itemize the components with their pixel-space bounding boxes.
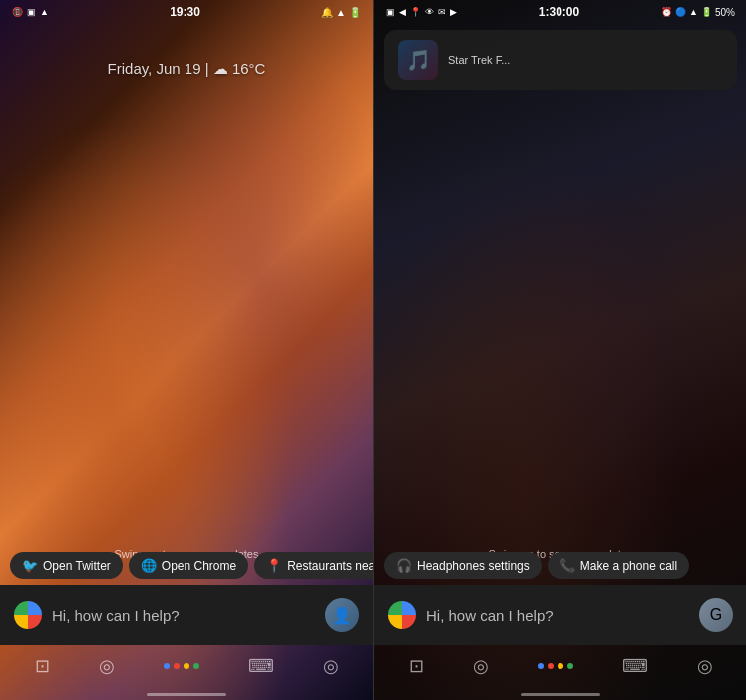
right-nav-phone-icon[interactable]: ⊡: [409, 655, 424, 677]
right-mail-icon: ✉: [438, 7, 446, 17]
media-art-icon: 🎵: [406, 48, 431, 72]
right-nav-dot-yellow: [558, 663, 563, 669]
notification-icon: 📵: [12, 7, 23, 17]
right-assistant-prompt: Hi, how can I help?: [426, 607, 689, 624]
right-assistant-bar[interactable]: Hi, how can I help? G: [374, 585, 746, 645]
right-bottom-nav: ⊡ ◎ ⌨ ◎: [374, 646, 746, 686]
left-nav-lens-icon[interactable]: ◎: [99, 655, 115, 677]
open-chrome-button[interactable]: 🌐 Open Chrome: [129, 552, 248, 579]
right-status-icons: ▣ ◀ 📍 👁 ✉ ▶: [386, 7, 457, 17]
right-user-avatar[interactable]: G: [699, 598, 733, 632]
left-nav-compass-icon[interactable]: ◎: [323, 655, 339, 677]
right-nav-dot-blue: [538, 663, 544, 669]
right-location-icon: 📍: [410, 7, 421, 17]
right-signal-icon: ▲: [689, 7, 698, 17]
phone-call-label: Make a phone call: [580, 559, 677, 573]
open-twitter-label: Open Twitter: [43, 559, 111, 573]
right-nav-compass-icon[interactable]: ◎: [697, 655, 713, 677]
avatar-icon: 👤: [332, 606, 352, 625]
left-clock: 19:30: [170, 5, 200, 19]
right-nav-dots: [538, 663, 573, 669]
right-nav-dot-green: [567, 663, 573, 669]
headphones-settings-label: Headphones settings: [417, 559, 530, 573]
alarm-icon: 🔔: [321, 7, 333, 18]
media-card[interactable]: 🎵 Star Trek F...: [384, 30, 737, 90]
phone-call-button[interactable]: 📞 Make a phone call: [548, 552, 689, 579]
media-title: Star Trek F...: [448, 54, 723, 66]
twitter-icon: 🐦: [22, 558, 38, 573]
right-nav-keyboard-icon[interactable]: ⌨: [622, 655, 648, 677]
headphones-settings-button[interactable]: 🎧 Headphones settings: [384, 552, 542, 579]
right-play-icon: ▶: [450, 7, 457, 17]
left-nav-dots: [164, 663, 199, 669]
right-alarm-icon: ⏰: [661, 7, 672, 17]
open-twitter-button[interactable]: 🐦 Open Twitter: [10, 552, 123, 579]
right-quick-actions: 🎧 Headphones settings 📞 Make a phone cal…: [374, 546, 746, 585]
chrome-icon: 🌐: [141, 558, 157, 573]
restaurants-label: Restaurants near: [287, 559, 373, 573]
right-bt-icon: 🔵: [675, 7, 686, 17]
nav-dot-red: [174, 663, 180, 669]
maps-icon: 📍: [266, 558, 282, 573]
right-phone: ▣ ◀ 📍 👁 ✉ ▶ 1:30:00 ⏰ 🔵 ▲ 🔋 50% 🎵 Star T…: [374, 0, 746, 700]
right-nav-dot-red: [548, 663, 554, 669]
right-avatar-icon: G: [710, 606, 722, 624]
sim-icon: ▣: [27, 7, 36, 17]
google-assistant-icon: [14, 601, 42, 629]
right-nav-icon: ◀: [399, 7, 406, 17]
battery-icon: 🔋: [349, 7, 361, 18]
right-status-bar: ▣ ◀ 📍 👁 ✉ ▶ 1:30:00 ⏰ 🔵 ▲ 🔋 50%: [374, 0, 746, 24]
left-assistant-prompt: Hi, how can I help?: [52, 607, 315, 624]
headphones-icon: 🎧: [396, 558, 412, 573]
right-clock: 1:30:00: [539, 5, 579, 19]
left-bottom-nav: ⊡ ◎ ⌨ ◎: [0, 646, 373, 686]
nav-dot-green: [193, 663, 199, 669]
right-battery-pct: 50%: [715, 7, 735, 18]
left-status-icons: 📵 ▣ ▲: [12, 7, 49, 17]
left-nav-phone-icon[interactable]: ⊡: [35, 655, 50, 677]
right-notification-icon: ▣: [386, 7, 395, 17]
right-home-indicator[interactable]: [521, 693, 600, 696]
media-info: Star Trek F...: [448, 54, 723, 66]
left-user-avatar[interactable]: 👤: [325, 598, 359, 632]
left-status-bar: 📵 ▣ ▲ 19:30 🔔 ▲ 🔋: [0, 0, 373, 24]
restaurants-button[interactable]: 📍 Restaurants near: [254, 552, 373, 579]
left-quick-actions: 🐦 Open Twitter 🌐 Open Chrome 📍 Restauran…: [0, 546, 373, 585]
date-widget: Friday, Jun 19 | ☁ 16°C: [0, 60, 373, 78]
date-text: Friday, Jun 19 | ☁ 16°C: [108, 60, 266, 77]
nav-dot-blue: [164, 663, 170, 669]
left-phone: 📵 ▣ ▲ 19:30 🔔 ▲ 🔋 Friday, Jun 19 | ☁ 16°…: [0, 0, 373, 700]
right-google-assistant-icon: [388, 601, 416, 629]
left-nav-keyboard-icon[interactable]: ⌨: [248, 655, 274, 677]
left-home-indicator[interactable]: [147, 693, 226, 696]
media-artwork: 🎵: [398, 40, 438, 80]
signal-icon: ▲: [336, 7, 346, 18]
right-battery-icon: 🔋: [701, 7, 712, 17]
wifi-icon: ▲: [40, 7, 49, 17]
right-eye-icon: 👁: [425, 7, 434, 17]
open-chrome-label: Open Chrome: [162, 559, 236, 573]
right-status-right: ⏰ 🔵 ▲ 🔋 50%: [661, 7, 735, 18]
nav-dot-yellow: [184, 663, 189, 669]
left-assistant-bar[interactable]: Hi, how can I help? 👤: [0, 585, 373, 645]
right-nav-lens-icon[interactable]: ◎: [473, 655, 489, 677]
left-status-right: 🔔 ▲ 🔋: [321, 7, 361, 18]
phone-icon: 📞: [560, 558, 575, 573]
